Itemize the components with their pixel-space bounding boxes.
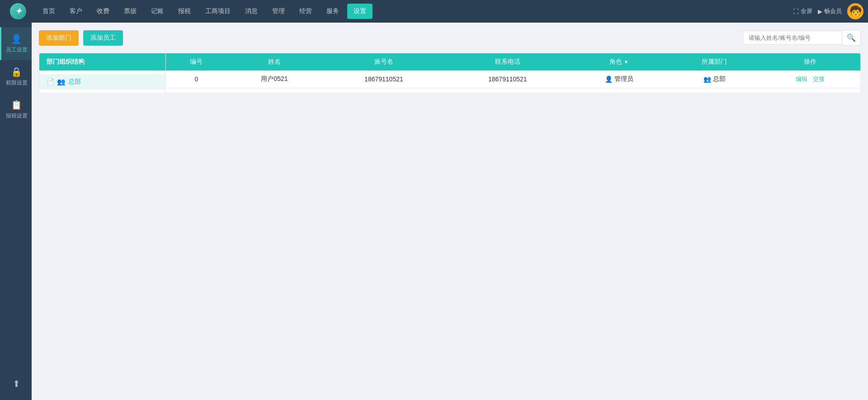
- sidebar-label: 报税设置: [6, 112, 28, 120]
- cell-name: 用户0521: [227, 71, 322, 88]
- nav-item-工商项目[interactable]: 工商项目: [199, 4, 237, 19]
- user-avatar[interactable]: 🧒: [847, 3, 863, 19]
- sidebar-icon: 🔒: [11, 66, 22, 77]
- sort-icon: ▼: [623, 59, 628, 65]
- role-label: 管理员: [614, 75, 633, 83]
- search-input[interactable]: [743, 31, 842, 45]
- table-col-操作: 操作: [760, 53, 860, 71]
- search-button[interactable]: 🔍: [842, 30, 861, 46]
- dept-panel-header: 部门组织结构: [39, 53, 165, 71]
- search-area: 🔍: [743, 30, 861, 46]
- table-col-编号: 编号: [166, 53, 227, 71]
- dept-tree: 📄 👥 总部: [39, 71, 165, 93]
- sidebar-item-权限设置[interactable]: 🔒权限设置: [0, 60, 32, 93]
- table-col-姓名: 姓名: [227, 53, 322, 71]
- nav-item-消息[interactable]: 消息: [239, 4, 264, 19]
- nav-item-记账[interactable]: 记账: [145, 4, 170, 19]
- sidebar-bottom-button[interactable]: ⬆: [0, 372, 32, 395]
- nav-item-服务[interactable]: 服务: [320, 4, 345, 19]
- table-col-账号名: 账号名: [322, 53, 446, 71]
- search-icon: 🔍: [847, 34, 856, 42]
- sidebar-icon: 📋: [11, 99, 22, 110]
- dept-panel: 部门组织结构 📄 👥 总部: [39, 53, 166, 93]
- fullscreen-icon: ⛶: [793, 8, 799, 15]
- file-icon: 📄: [47, 78, 54, 85]
- dept-user-icon: 👥: [57, 78, 66, 86]
- nav-item-经营[interactable]: 经营: [293, 4, 318, 19]
- nav-item-报税[interactable]: 报税: [172, 4, 197, 19]
- top-nav: ✦ 首页客户收费票据记账报税工商项目消息管理经营服务设置 ⛶ 全屏 ▶ 畅会员 …: [0, 0, 868, 23]
- fullscreen-button[interactable]: ⛶ 全屏: [793, 7, 812, 15]
- two-panel: 部门组织结构 📄 👥 总部 编号姓名账号名联系电话角色▼所属部门操作 0 用户0…: [39, 53, 861, 94]
- table-col-联系电话: 联系电话: [446, 53, 570, 71]
- sidebar-label: 员工设置: [6, 46, 28, 54]
- add-employee-button[interactable]: 添加员工: [83, 30, 123, 46]
- role-icon: 👤: [605, 75, 613, 83]
- dept-label: 总部: [713, 75, 726, 83]
- table-col-所属部门: 所属部门: [669, 53, 760, 71]
- dept-cell-icon: 👥: [703, 75, 711, 83]
- action-编辑[interactable]: 编辑: [796, 75, 807, 82]
- nav-item-管理[interactable]: 管理: [266, 4, 291, 19]
- vip-label: 畅会员: [824, 7, 842, 15]
- toolbar: 添加部门 添加员工 🔍: [39, 30, 861, 46]
- dept-item-label: 总部: [68, 78, 81, 86]
- main-layout: 👤员工设置🔒权限设置📋报税设置⬆ 添加部门 添加员工 🔍 部门组织结构 📄 👥 …: [0, 23, 868, 400]
- nav-item-收费[interactable]: 收费: [90, 4, 116, 19]
- top-nav-right: ⛶ 全屏 ▶ 畅会员 🧒: [793, 3, 863, 19]
- cell-dept: 👥 总部: [669, 71, 760, 88]
- cell-account: 18679110521: [322, 71, 446, 88]
- cell-id: 0: [166, 71, 227, 88]
- sidebar-icon: 👤: [11, 33, 22, 44]
- table-row: 0 用户0521 18679110521 18679110521 👤 管理员 👥…: [166, 71, 860, 88]
- sidebar-item-员工设置[interactable]: 👤员工设置: [0, 27, 32, 60]
- nav-item-首页[interactable]: 首页: [36, 4, 61, 19]
- logo-icon: ✦: [10, 3, 26, 19]
- nav-item-客户[interactable]: 客户: [63, 4, 89, 19]
- upload-icon: ⬆: [13, 378, 20, 389]
- cell-role: 👤 管理员: [570, 71, 669, 88]
- sidebar: 👤员工设置🔒权限设置📋报税设置⬆: [0, 23, 32, 400]
- cell-actions: 编辑 交接: [760, 71, 860, 88]
- nav-item-票据[interactable]: 票据: [118, 4, 143, 19]
- cell-phone: 18679110521: [446, 71, 570, 88]
- table-panel: 编号姓名账号名联系电话角色▼所属部门操作 0 用户0521 1867911052…: [166, 53, 860, 93]
- fullscreen-label: 全屏: [801, 7, 812, 15]
- table-col-角色[interactable]: 角色▼: [570, 53, 669, 71]
- add-department-button[interactable]: 添加部门: [39, 30, 79, 46]
- sidebar-item-报税设置[interactable]: 📋报税设置: [0, 93, 32, 126]
- vip-icon: ▶: [818, 8, 822, 15]
- logo: ✦: [5, 3, 32, 19]
- content-area: 添加部门 添加员工 🔍 部门组织结构 📄 👥 总部 编号姓名账号名联系电话: [32, 23, 868, 400]
- action-交接[interactable]: 交接: [813, 75, 825, 82]
- dept-tree-item[interactable]: 📄 👥 总部: [39, 74, 165, 89]
- vip-button[interactable]: ▶ 畅会员: [818, 7, 842, 15]
- nav-item-设置[interactable]: 设置: [347, 4, 373, 19]
- sidebar-label: 权限设置: [6, 79, 28, 87]
- avatar-icon: 🧒: [849, 5, 862, 17]
- employee-table: 编号姓名账号名联系电话角色▼所属部门操作 0 用户0521 1867911052…: [166, 53, 860, 88]
- nav-items: 首页客户收费票据记账报税工商项目消息管理经营服务设置: [36, 4, 793, 19]
